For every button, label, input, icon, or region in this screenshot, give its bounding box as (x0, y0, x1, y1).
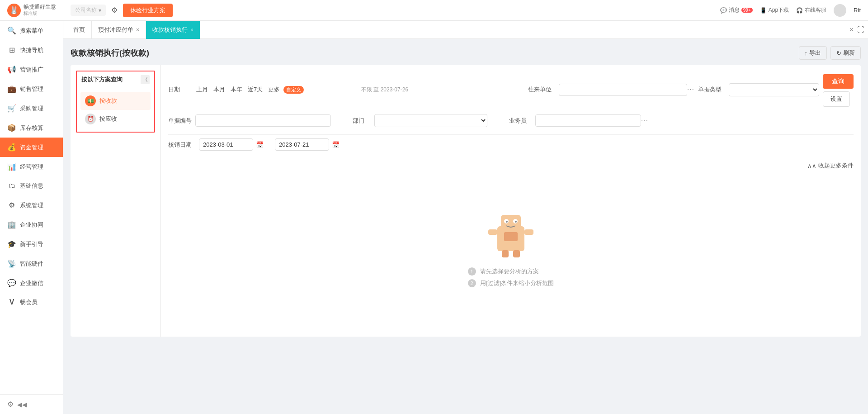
tab-advance-close[interactable]: × (136, 27, 139, 33)
refresh-button[interactable]: ↻ 刷新 (830, 46, 861, 60)
date-shortcuts: 上月 本月 本年 近7天 更多 自定义 (194, 85, 358, 95)
calendar-end-icon[interactable]: 📅 (332, 141, 340, 148)
finance-icon: 💰 (7, 143, 16, 152)
sidebar-item-shortcuts[interactable]: ⊞ 快捷导航 (0, 40, 63, 60)
counterpart-dots-button[interactable]: ··· (687, 86, 694, 94)
sidebar-item-wechat[interactable]: 💬 企业微信 (0, 273, 63, 293)
sidebar-item-sales[interactable]: 💼 销售管理 (0, 79, 63, 99)
tab-home[interactable]: 首页 (67, 21, 92, 39)
company-selector[interactable]: 公司名称 ▾ (71, 5, 106, 16)
tab-home-label: 首页 (73, 26, 85, 34)
window-close-button[interactable]: × (849, 26, 854, 34)
avatar[interactable] (834, 4, 846, 17)
gear-icon[interactable]: ⚙ (111, 6, 118, 14)
tip2-text: 用[过滤]条件来缩小分析范围 (480, 280, 554, 286)
top-bar: 🐰 畅捷通好生意 标准版 公司名称 ▾ ⚙ 休验行业方案 💬 消息 99+ 📱 … (0, 0, 868, 21)
sidebar: 🔍 搜索菜单 ⊞ 快捷导航 📢 营销推广 💼 销售管理 🛒 采购管理 📦 库存核… (0, 21, 63, 414)
write-off-date-range: 📅 — 📅 (199, 138, 340, 151)
shortcut-this-month[interactable]: 本月 (212, 85, 227, 95)
form-right-buttons: 查询 设置 (823, 72, 854, 107)
industry-button[interactable]: 休验行业方案 (123, 4, 173, 17)
logo-icon: 🐰 (7, 4, 21, 17)
system-icon: ⚙ (7, 201, 16, 209)
calendar-start-icon[interactable]: 📅 (256, 141, 264, 148)
sidebar-bottom: ⚙ ◀◀ (0, 394, 63, 414)
write-off-start-input[interactable] (199, 138, 253, 151)
filter-collapse-button[interactable]: 《 (141, 75, 150, 84)
counterpart-input[interactable] (559, 84, 687, 96)
form-row-3: 核销日期 📅 — 📅 (168, 138, 854, 151)
staff-input[interactable] (535, 114, 641, 127)
tab-receipt-write-off[interactable]: 收款核销执行 × (146, 21, 200, 39)
shortcut-more[interactable]: 更多 (266, 85, 282, 95)
shortcut-7days[interactable]: 近7天 (246, 85, 264, 95)
sidebar-item-operations[interactable]: 📊 经营管理 (0, 157, 63, 176)
staff-label: 业务员 (509, 117, 532, 125)
page-header: 收款核销执行(按收款) ↑ 导出 ↻ 刷新 (71, 46, 861, 60)
sidebar-label-wechat: 企业微信 (20, 279, 43, 287)
app-name: 畅捷通好生意 (24, 4, 56, 10)
bill-type-select[interactable] (729, 83, 819, 96)
online-service-button[interactable]: 🎧 在线客服 (796, 6, 826, 14)
form-divider (168, 134, 854, 135)
svg-rect-8 (502, 250, 509, 257)
counterpart-label: 往来单位 (528, 86, 555, 94)
bill-type-field (729, 83, 819, 96)
sidebar-item-finance[interactable]: 💰 资金管理 (0, 138, 63, 157)
form-row-2: 单据编号 部门 业务员 ··· (168, 114, 854, 127)
export-button[interactable]: ↑ 导出 (799, 46, 827, 60)
receivable-icon: ⏰ (85, 114, 96, 124)
shortcut-this-year[interactable]: 本年 (229, 85, 244, 95)
sidebar-item-search[interactable]: 🔍 搜索菜单 (0, 21, 63, 40)
sidebar-label-marketing: 营销推广 (20, 66, 43, 74)
bill-no-input[interactable] (195, 114, 331, 127)
date-hint: 不限 至 2023-07-26 (361, 86, 524, 94)
sidebar-label-enterprise: 企业协同 (20, 221, 43, 229)
sidebar-item-guide[interactable]: 🎓 新手引导 (0, 234, 63, 254)
page-content: 收款核销执行(按收款) ↑ 导出 ↻ 刷新 按以下方案查询 《 (63, 39, 868, 414)
search-icon: 🔍 (7, 26, 16, 35)
filter-title: 按以下方案查询 (81, 76, 123, 84)
sidebar-item-enterprise[interactable]: 🏢 企业协同 (0, 215, 63, 234)
sidebar-label-operations: 经营管理 (20, 163, 43, 171)
query-button[interactable]: 查询 (823, 74, 854, 89)
sidebar-label-system: 系统管理 (20, 201, 43, 209)
date-label: 日期 (168, 86, 191, 94)
shortcut-last-month[interactable]: 上月 (194, 85, 210, 95)
bottom-settings-icon[interactable]: ⚙ (7, 400, 14, 409)
top-bar-right: 💬 消息 99+ 📱 App下载 🎧 在线客服 Rit (720, 4, 861, 17)
sidebar-item-basics[interactable]: 🗂 基础信息 (0, 176, 63, 195)
sidebar-item-hardware[interactable]: 📡 智能硬件 (0, 254, 63, 273)
purchase-icon: 🛒 (7, 104, 16, 113)
settings-button[interactable]: 设置 (823, 91, 850, 107)
sidebar-item-system[interactable]: ⚙ 系统管理 (0, 195, 63, 215)
empty-tips: 1 请先选择要分析的方案 2 用[过滤]条件来缩小分析范围 (468, 266, 554, 289)
staff-dots-button[interactable]: ··· (641, 117, 648, 125)
marketing-icon: 📢 (7, 65, 16, 74)
messages-badge: 99+ (741, 8, 753, 13)
tab-receipt-close[interactable]: × (190, 27, 193, 33)
company-name: 公司名称 (75, 6, 97, 14)
dept-select[interactable] (374, 114, 487, 127)
messages-label: 消息 (729, 6, 740, 14)
sidebar-item-marketing[interactable]: 📢 营销推广 (0, 60, 63, 79)
app-download-label: App下载 (769, 6, 789, 14)
window-expand-button[interactable]: ⛶ (857, 26, 864, 34)
sidebar-item-purchase[interactable]: 🛒 采购管理 (0, 99, 63, 118)
sidebar-item-vip[interactable]: V 畅会员 (0, 293, 63, 312)
filter-option-receipt[interactable]: 💵 按收款 (80, 92, 151, 110)
collapse-more-label: 收起更多条件 (818, 162, 854, 170)
grid-icon: ⊞ (7, 46, 16, 54)
bill-type-label: 单据类型 (698, 86, 725, 94)
messages-button[interactable]: 💬 消息 99+ (720, 6, 753, 14)
write-off-end-input[interactable] (275, 138, 329, 151)
tab-advance-payment[interactable]: 预付冲应付单 × (92, 21, 146, 39)
collapse-more-button[interactable]: ∧∧ 收起更多条件 (807, 162, 854, 170)
sidebar-item-inventory[interactable]: 📦 库存核算 (0, 118, 63, 138)
receipt-icon: 💵 (85, 95, 96, 106)
dept-label: 部门 (353, 117, 371, 125)
sidebar-collapse-icon[interactable]: ◀◀ (17, 401, 27, 408)
bill-no-field (195, 114, 331, 127)
filter-option-receivable[interactable]: ⏰ 按应收 (80, 110, 151, 128)
app-download-button[interactable]: 📱 App下载 (760, 6, 789, 14)
